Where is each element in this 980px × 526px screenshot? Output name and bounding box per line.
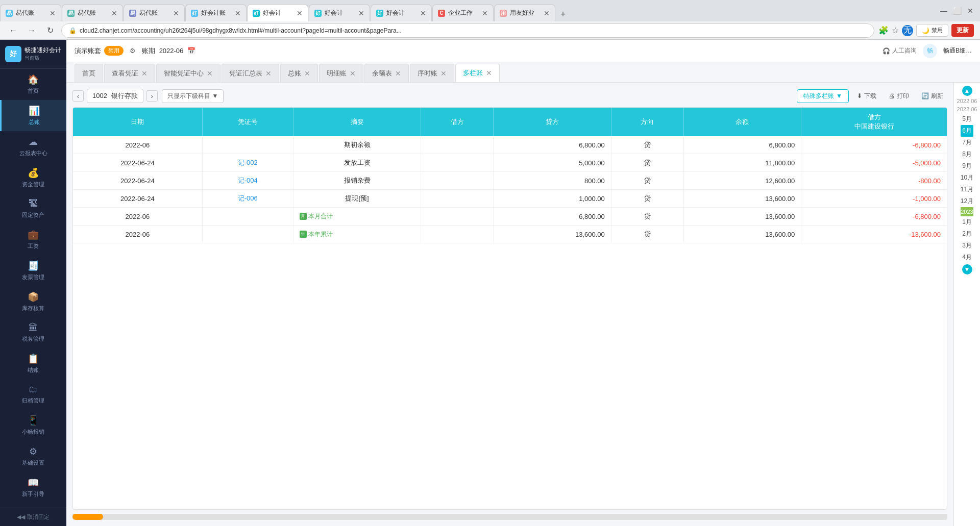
- right-panel-month-6月[interactable]: 6月: [961, 125, 973, 137]
- page-tab-close-icon[interactable]: ✕: [265, 69, 272, 78]
- right-panel-scroll-up[interactable]: ▲: [962, 86, 972, 96]
- page-tab-close-icon[interactable]: ✕: [350, 69, 356, 78]
- settings-button[interactable]: ⚙: [130, 47, 136, 55]
- page-tab-明细账[interactable]: 明细账✕: [319, 64, 363, 82]
- account-next-button[interactable]: ›: [146, 90, 158, 102]
- sidebar-label-1: 总账: [29, 118, 40, 126]
- right-panel-month-10月[interactable]: 10月: [961, 172, 973, 184]
- account-selector[interactable]: 1002 银行存款: [87, 89, 143, 103]
- download-button[interactable]: ⬇ 下载: [853, 90, 880, 103]
- sidebar-item-14[interactable]: 👑 畅会员: [0, 503, 66, 508]
- right-panel-month-2月[interactable]: 2月: [961, 228, 973, 240]
- sidebar-item-10[interactable]: 🗂 归档管理: [0, 379, 66, 410]
- browser-tab-9[interactable]: 用 用友好业 ✕: [494, 4, 555, 21]
- page-tab-close-icon[interactable]: ✕: [207, 69, 213, 78]
- tab-close-icon[interactable]: ✕: [482, 9, 488, 17]
- tab-close-icon[interactable]: ✕: [111, 9, 117, 17]
- page-tab-智能凭证中心[interactable]: 智能凭证中心✕: [156, 64, 220, 82]
- page-tab-序时账[interactable]: 序时账✕: [410, 64, 454, 82]
- sidebar-item-13[interactable]: 📖 新手引导: [0, 472, 66, 503]
- cell-direction: 贷: [611, 136, 683, 154]
- tab-close-icon[interactable]: ✕: [235, 9, 241, 17]
- page-tab-close-icon[interactable]: ✕: [395, 69, 401, 78]
- right-panel-month-5月[interactable]: 5月: [961, 113, 973, 125]
- url-bar[interactable]: 🔒 cloud2.chanjet.com/accounting/uh26t264…: [61, 23, 874, 38]
- right-panel-month-1月[interactable]: 1月: [961, 216, 973, 228]
- print-button[interactable]: 🖨 打印: [885, 90, 913, 103]
- tab-bar: 易 易代账 ✕ 易 易代账 ✕ 易 易代账 ✕ 好 好会计账 ✕ 好 好会计 ✕…: [0, 0, 934, 21]
- sidebar-item-0[interactable]: 🏠 首页: [0, 69, 66, 100]
- browser-tab-3[interactable]: 易 易代账 ✕: [124, 4, 185, 21]
- browser-tab-8[interactable]: C 企业工作 ✕: [432, 4, 494, 21]
- sub-filter-selector[interactable]: 只显示下级科目 ▼: [162, 89, 224, 103]
- cell-debit: [421, 172, 494, 190]
- sidebar-item-12[interactable]: ⚙ 基础设置: [0, 441, 66, 472]
- page-tab-查看凭证[interactable]: 查看凭证✕: [104, 64, 155, 82]
- browser-tab-2[interactable]: 易 易代账 ✕: [62, 4, 123, 21]
- browser-tab-6[interactable]: 好 好会计 ✕: [309, 4, 370, 21]
- page-tab-close-icon[interactable]: ✕: [440, 69, 447, 78]
- right-panel-scroll-down[interactable]: ▼: [962, 264, 972, 274]
- cell-summary: 发放工资: [293, 154, 421, 172]
- page-tab-close-icon[interactable]: ✕: [486, 69, 492, 77]
- consult-button[interactable]: 🎧 人工咨询: [883, 46, 917, 55]
- tab-close-icon[interactable]: ✕: [358, 9, 364, 17]
- right-panel-month-4月[interactable]: 4月: [961, 252, 973, 263]
- sidebar-item-3[interactable]: 💰 资金管理: [0, 162, 66, 193]
- right-panel-month-11月[interactable]: 11月: [961, 184, 973, 195]
- back-button[interactable]: ←: [6, 23, 20, 38]
- page-tab-多栏账[interactable]: 多栏账✕: [455, 64, 500, 82]
- page-tab-凭证汇总表[interactable]: 凭证汇总表✕: [222, 64, 279, 82]
- right-panel-month-7月[interactable]: 7月: [961, 137, 973, 148]
- page-tab-close-icon[interactable]: ✕: [141, 69, 148, 78]
- pin-sidebar-button[interactable]: ◀◀ 取消固定: [3, 513, 63, 521]
- forward-button[interactable]: →: [24, 23, 39, 38]
- refresh-button[interactable]: 🔄 刷新: [917, 90, 947, 103]
- sidebar-item-11[interactable]: 📱 小畅报销: [0, 410, 66, 441]
- right-panel-month-9月[interactable]: 9月: [961, 160, 973, 172]
- voucher-link[interactable]: 记-004: [238, 177, 258, 184]
- page-tab-close-icon[interactable]: ✕: [304, 69, 310, 78]
- right-panel-month-12月[interactable]: 12月: [961, 195, 973, 207]
- close-button[interactable]: ✕: [965, 5, 976, 16]
- cell-balance: 12,600.00: [683, 172, 801, 190]
- right-panel-month-2023[interactable]: 2023: [961, 207, 973, 216]
- page-tab-总账[interactable]: 总账✕: [280, 64, 318, 82]
- bottom-scrollbar[interactable]: [72, 514, 947, 520]
- new-tab-button[interactable]: +: [556, 7, 570, 21]
- update-button[interactable]: 更新: [951, 24, 974, 37]
- scroll-thumb[interactable]: [72, 514, 103, 520]
- sidebar-item-5[interactable]: 💼 工资: [0, 224, 66, 255]
- tab-close-icon[interactable]: ✕: [297, 9, 303, 17]
- tab-close-icon[interactable]: ✕: [173, 9, 179, 17]
- sidebar-item-6[interactable]: 🧾 发票管理: [0, 255, 66, 286]
- minimize-button[interactable]: —: [938, 5, 949, 16]
- browser-tab-7[interactable]: 好 好会计 ✕: [371, 4, 432, 21]
- tab-close-icon[interactable]: ✕: [544, 9, 550, 17]
- restore-button[interactable]: ⬜: [951, 5, 963, 16]
- voucher-link[interactable]: 记-006: [238, 194, 258, 202]
- cell-voucher: [202, 208, 293, 226]
- wuhen-mode-button[interactable]: 🌙 禁用: [916, 24, 948, 37]
- page-tab-首页[interactable]: 首页: [75, 64, 103, 82]
- sidebar-item-1[interactable]: 📊 总账: [0, 100, 66, 131]
- browser-tab-1[interactable]: 易 易代账 ✕: [0, 4, 61, 21]
- sidebar-item-8[interactable]: 🏛 税务管理: [0, 317, 66, 348]
- sidebar-item-2[interactable]: ☁ 云报表中心: [0, 131, 66, 162]
- account-prev-button[interactable]: ‹: [72, 90, 84, 102]
- browser-tab-4[interactable]: 好 好会计账 ✕: [185, 4, 247, 21]
- cell-credit: 5,000.00: [494, 154, 611, 172]
- refresh-button[interactable]: ↻: [43, 23, 57, 38]
- sidebar-item-7[interactable]: 📦 库存核算: [0, 286, 66, 317]
- page-tab-余额表[interactable]: 余额表✕: [364, 64, 409, 82]
- browser-tab-5[interactable]: 好 好会计 ✕: [247, 4, 308, 21]
- right-panel-month-8月[interactable]: 8月: [961, 148, 973, 160]
- multi-col-button[interactable]: 特殊多栏账 ▼: [797, 89, 849, 103]
- right-panel-month-3月[interactable]: 3月: [961, 240, 973, 252]
- sidebar-item-4[interactable]: 🏗 固定资产: [0, 193, 66, 224]
- tab-close-icon[interactable]: ✕: [50, 9, 56, 17]
- cell-credit: 6,800.00: [494, 136, 611, 154]
- voucher-link[interactable]: 记-002: [238, 159, 258, 166]
- tab-close-icon[interactable]: ✕: [420, 9, 426, 17]
- sidebar-item-9[interactable]: 📋 结账: [0, 348, 66, 379]
